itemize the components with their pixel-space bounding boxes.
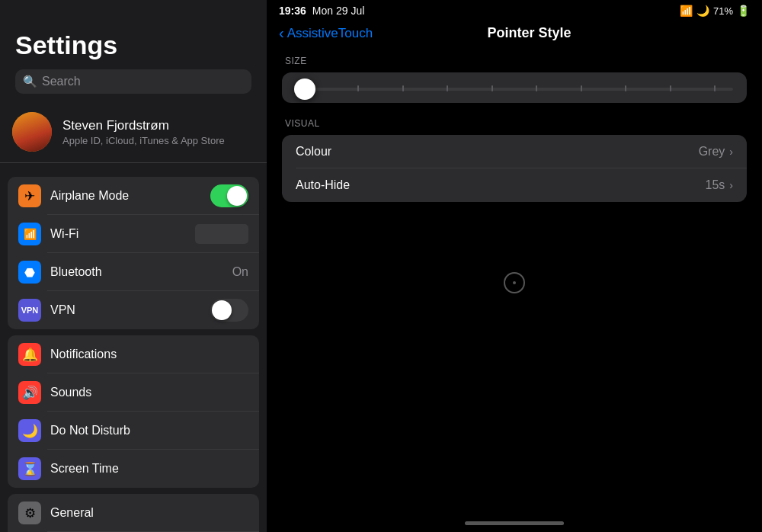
size-label: SIZE [282,56,747,66]
colour-chevron-icon: › [729,146,733,158]
user-subtitle: Apple ID, iCloud, iTunes & App Store [62,135,225,146]
page-title: Pointer Style [373,25,686,41]
avatar-inner [12,112,52,152]
slider-thumb[interactable] [294,79,315,100]
bluetooth-value: On [232,265,248,279]
colour-label: Colour [296,145,699,159]
auto-hide-value: 15s [706,178,725,192]
wifi-icon: 📶 [18,223,41,245]
tick-6 [536,85,537,91]
tick-2 [357,85,359,91]
user-name: Steven Fjordstrøm [62,118,225,133]
sidebar-item-sounds[interactable]: 🔊 Sounds [8,373,259,412]
back-label: AssistiveTouch [287,26,373,41]
airplane-label: Airplane Mode [50,189,201,203]
sidebar-scroll: ✈ Airplane Mode 📶 Wi-Fi ⬣ Bluetooth On [0,163,267,532]
moon-status-icon: 🌙 [696,5,709,17]
toggle-thumb [227,186,247,206]
tick-9 [670,85,671,91]
sidebar-item-general[interactable]: ⚙ General [8,494,259,532]
search-input[interactable]: Search [42,75,81,88]
colour-row[interactable]: Colour Grey › [282,135,747,168]
sounds-label: Sounds [50,386,248,399]
general-icon: ⚙ [18,502,41,524]
wifi-status-icon: 📶 [680,5,693,17]
status-icons: 📶 🌙 71% 🔋 [680,5,750,17]
wifi-value-box [195,224,248,244]
notifications-icon: 🔔 [18,343,41,366]
tick-7 [581,85,582,91]
visual-group: Colour Grey › Auto-Hide 15s › [282,135,747,202]
status-left: 19:36 Mon 29 Jul [279,5,364,17]
sidebar: Settings 🔍 Search Steven Fjordstrøm Appl… [0,0,267,532]
sidebar-item-wifi[interactable]: 📶 Wi-Fi [8,215,259,253]
general-label: General [50,506,248,520]
bottom-bar [267,517,762,532]
auto-hide-label: Auto-Hide [296,178,706,192]
airplane-icon: ✈ [18,184,41,207]
status-date: Mon 29 Jul [312,5,364,17]
battery-text: 71% [713,5,733,17]
content-area: SIZE [267,48,762,517]
airplane-toggle[interactable] [210,184,248,207]
tick-marks [296,88,733,91]
search-icon: 🔍 [23,75,37,88]
do-not-disturb-icon: 🌙 [18,419,41,442]
status-time: 19:36 [279,5,306,17]
user-section[interactable]: Steven Fjordstrøm Apple ID, iCloud, iTun… [0,101,267,163]
general-group: ⚙ General ⊞ Control Centre AA Display & … [8,494,259,532]
slider-container [282,72,747,103]
slider-track[interactable] [296,88,733,91]
back-button[interactable]: ‹ AssistiveTouch [279,24,373,42]
sounds-icon: 🔊 [18,381,41,404]
do-not-disturb-label: Do Not Disturb [50,424,248,437]
vpn-label: VPN [50,303,201,317]
sidebar-title: Settings [15,30,251,60]
sidebar-item-do-not-disturb[interactable]: 🌙 Do Not Disturb [8,412,259,450]
vpn-toggle-thumb [212,300,232,320]
home-indicator [465,521,564,525]
sidebar-item-bluetooth[interactable]: ⬣ Bluetooth On [8,253,259,291]
nav-bar: ‹ AssistiveTouch Pointer Style [267,21,762,48]
back-chevron-icon: ‹ [279,24,284,42]
pointer-dot [513,281,516,284]
tick-8 [625,85,626,91]
bluetooth-icon: ⬣ [18,261,41,284]
notifications-group: 🔔 Notifications 🔊 Sounds 🌙 Do Not Distur… [8,335,259,488]
size-section: SIZE [282,56,747,103]
wifi-label: Wi-Fi [50,227,186,241]
tick-3 [402,85,404,91]
tick-4 [447,85,448,91]
sidebar-item-notifications[interactable]: 🔔 Notifications [8,335,259,373]
vpn-toggle[interactable] [210,299,248,322]
auto-hide-row[interactable]: Auto-Hide 15s › [282,168,747,202]
main-content: 19:36 Mon 29 Jul 📶 🌙 71% 🔋 ‹ AssistiveTo… [267,0,762,532]
tick-5 [491,85,493,91]
status-bar: 19:36 Mon 29 Jul 📶 🌙 71% 🔋 [267,0,762,21]
colour-value: Grey [699,145,725,159]
sidebar-item-airplane-mode[interactable]: ✈ Airplane Mode [8,177,259,215]
screen-time-icon: ⌛ [18,457,41,480]
user-info: Steven Fjordstrøm Apple ID, iCloud, iTun… [62,118,225,146]
bluetooth-label: Bluetooth [50,265,223,279]
sidebar-header: Settings 🔍 Search [0,0,267,101]
sidebar-item-screen-time[interactable]: ⌛ Screen Time [8,450,259,488]
sidebar-item-vpn[interactable]: VPN VPN [8,291,259,329]
battery-icon: 🔋 [737,5,750,17]
search-bar[interactable]: 🔍 Search [15,69,251,94]
vpn-icon: VPN [18,299,41,322]
screen-time-label: Screen Time [50,462,248,476]
visual-label: VISUAL [282,118,747,129]
auto-hide-chevron-icon: › [729,179,733,191]
sidebar-sections: ✈ Airplane Mode 📶 Wi-Fi ⬣ Bluetooth On [0,163,267,532]
avatar [12,112,52,152]
connectivity-group: ✈ Airplane Mode 📶 Wi-Fi ⬣ Bluetooth On [8,177,259,329]
visual-section: VISUAL Colour Grey › Auto-Hide 15s › [282,118,747,202]
notifications-label: Notifications [50,348,248,361]
tick-10 [714,85,716,91]
pointer-cursor [504,272,525,293]
